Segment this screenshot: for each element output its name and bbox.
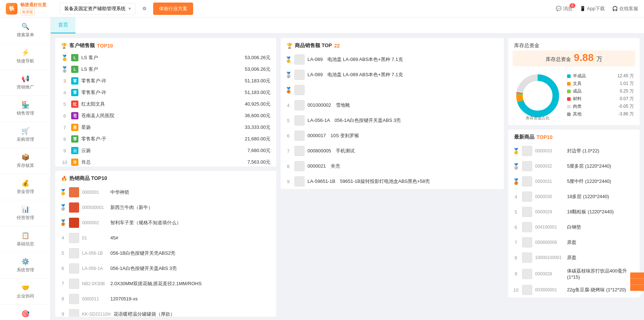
phone-icon: 📱 [580,6,586,11]
message-action[interactable]: 💬 消息 6 [556,5,572,12]
message-icon: 💬 [556,6,562,11]
sidebar-item-search[interactable]: 🔍 搜索菜单 [0,17,50,44]
legend-dot [567,105,571,108]
gold-medal-icon: 🥇 [513,148,519,155]
rank-medal: 红 [71,100,78,108]
list-item: 🥇 0000001 中华神箭 [55,185,276,200]
sidebar-item-coop[interactable]: 🤝 企业协同 [0,279,50,305]
quicknav-icon: ⚡ [21,49,29,57]
rank-medal: 肖 [71,159,78,166]
list-item: 🥇 LA-089 电池盖 LA-089 ABS本色+黑种 7.1克 [281,52,504,67]
product-ranking-card: 🏆 商品销售额 TOP 22 🥇 LA-089 电池盖 LA-089 ABS本色… [281,38,504,189]
sidebar-item-guide[interactable]: 🎯 新手引导 [0,305,50,320]
sales-icon: 🏪 [21,101,29,109]
list-item: 8 0000021 夹壳 [281,159,504,174]
rank-item: 6 苍 苍南县人民医院 36,600.00元 [58,110,273,122]
sales-ranking-title: 客户销售额 [69,42,95,49]
rank-item: 🥈 L LS 客户 53,006.26元 [58,63,273,75]
product-img-placeholder [69,263,79,274]
settings-icon[interactable]: ⚙ [139,3,150,15]
sidebar-item-basics[interactable]: 📋 基础信息 [0,226,50,253]
product-img-placeholder [522,253,532,263]
product-ranking-list: 🥇 LA-089 电池盖 LA-089 ABS本色+黑种 7.1克 🥈 LA-0… [281,52,504,189]
list-item: 7 NB2.0X30B 2.0X30MM双搓花轴,搓花直径2.1MM/ROHS [55,276,276,291]
silver-medal-icon: 🥈 [285,71,292,78]
rank-medal: 星 [71,124,78,131]
product-img [69,187,79,197]
list-item: 4 001000002 雪地靴 [281,98,504,113]
rank-medal: 零 [71,135,78,143]
rank-medal: 零 [71,77,78,85]
service-community-btn[interactable]: 服务社区 [630,279,644,285]
logo-icon: 畅 [6,3,17,15]
rank-item: 🥇 L LS 客户 53,006.26元 [58,52,273,63]
rank-item: 4 零 零售客户-许 51,183.00元 [58,87,273,98]
product-img-placeholder [522,176,532,186]
rank-medal: 苍 [71,112,78,119]
list-item: 🥉 0000002 智利车子里（规格不知道填什么） [55,215,276,230]
hot-products-card: 🔥 热销商品 TOP10 🥇 0000001 中华神箭 [55,171,276,317]
list-item: 5 0000029 18颗粒板 (1220*2440) [508,204,640,220]
tab-home[interactable]: 首页 [51,17,76,33]
product-img-placeholder [294,100,305,110]
trophy-icon: 🏆 [286,43,293,49]
marketing-icon: 📢 [21,75,29,83]
product-img-placeholder [294,70,305,80]
inventory-amount-display: 库存总资金 9.88 万 [513,50,635,66]
sidebar-item-system[interactable]: ⚙️ 系统管理 [0,253,50,279]
middle-column: 🏆 商品销售额 TOP 22 🥇 LA-089 电池盖 LA-089 ABS本色… [278,34,506,320]
list-item: 7 000800008 原盔 [508,235,640,250]
product-img-placeholder [294,85,305,95]
new-products-header: 最新商品 TOP10 [508,130,640,143]
sidebar-item-purchase[interactable]: 🛒 采购管理 [0,122,50,148]
system-selector[interactable]: 装备及固定资产辅助管理系统 ▾ [60,3,136,15]
list-item: 5 LA-056-1A 056-1A白色按键开关盖ABS 3壳 [281,113,504,128]
search-icon: 🔍 [21,22,29,30]
list-item: 🥉 [281,82,504,98]
product-img [69,202,79,213]
customer-service-btn[interactable]: 客服热线 [630,272,644,279]
legend-dot [567,112,571,116]
service-action[interactable]: 🎧 在线客服 [612,5,638,12]
list-item: 9 0000028 体碳荔枝味苏打饮品400毫升 (1*15) [508,265,640,282]
list-item: 4 01 45# [55,230,276,246]
rank-item: 8 零 零售客户-于 21,680.00元 [58,133,273,145]
legend-item: 文具 1.01 万 [567,81,634,87]
sidebar-item-sales[interactable]: 🏪 销售管理 [0,96,50,122]
purchase-icon: 🛒 [21,127,29,135]
float-panel: 客服热线 服务社区 直播 [630,272,644,291]
sidebar-item-operations[interactable]: 📊 经营管理 [0,200,50,226]
trial-button[interactable]: 体验行业方案 [153,3,193,15]
sidebar-item-finance[interactable]: 💰 资金管理 [0,174,50,200]
topbar-right: 💬 消息 6 📱 App下载 🎧 在线客服 [556,5,638,12]
list-item: 6 004100001 白钢垫 [508,220,640,235]
product-img-placeholder [294,161,305,171]
inventory-card: 库存总资金 库存总资金 9.88 万 [508,38,640,125]
app-download-action[interactable]: 📱 App下载 [580,5,605,12]
legend-item: 成品 0.25 万 [567,88,634,94]
sidebar-item-inventory[interactable]: 📦 库存核算 [0,148,50,174]
sales-ranking-header: 🏆 客户销售额 TOP10 [55,38,276,52]
system-icon: ⚙️ [21,258,29,266]
rank-medal: L [71,66,78,73]
legend-item: 肉类 -0.05 万 [567,103,634,110]
gold-medal-icon: 🥇 [61,54,68,61]
product-img-placeholder [294,131,305,141]
fire-icon: 🔥 [61,176,67,181]
product-img-placeholder [294,176,305,186]
sidebar-item-quicknav[interactable]: ⚡ 快捷导航 [0,44,50,70]
bronze-medal-icon: 🥉 [285,87,292,94]
product-img-placeholder [294,146,305,156]
new-products-list: 🥇 0000033 封边带 (1.0*22) 🥈 0000032 5厘多层 (1… [508,143,640,298]
left-column: 🏆 客户销售额 TOP10 🥇 L LS 客户 53,006.26元 [51,34,278,320]
new-products-card: 最新商品 TOP10 🥇 0000033 封边带 (1.0*22) [508,130,640,298]
gold-medal-icon: 🥇 [285,56,292,63]
sidebar-item-marketing[interactable]: 📢 营销推广 [0,70,50,96]
list-item: 4 0000030 18多层 (1220*2440) [508,189,640,204]
inventory-icon: 📦 [21,153,29,161]
rank-item: 10 肖 肖总 7,563.00元 [58,156,273,167]
page-tabs: 首页 [51,17,644,33]
live-btn[interactable]: 直播 [630,285,644,291]
list-item: 7 000800005 手机测试 [281,143,504,159]
inventory-header: 库存总资金 [508,38,640,50]
